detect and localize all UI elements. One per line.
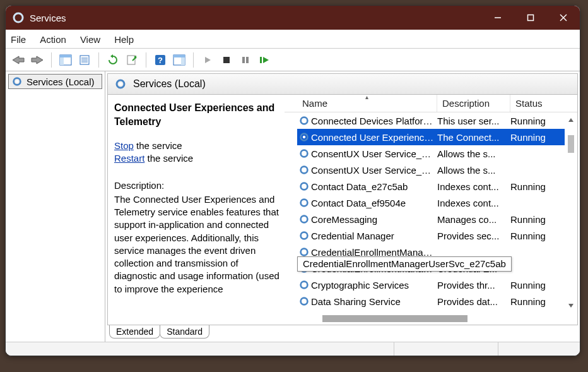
service-name: Contact Data_e27c5ab <box>311 181 437 192</box>
close-button[interactable] <box>547 6 580 30</box>
workspace: Services (Local) Services (Local) Connec… <box>6 71 580 342</box>
service-row[interactable]: Credential ManagerProvides sec...Running <box>297 227 565 244</box>
svg-point-30 <box>16 80 19 83</box>
svg-point-46 <box>303 218 306 221</box>
export-list-button[interactable] <box>123 51 141 69</box>
svg-point-56 <box>303 300 306 303</box>
pause-service-button[interactable] <box>237 51 254 69</box>
service-row[interactable]: Data Sharing ServiceProvides dat...Runni… <box>297 293 565 309</box>
start-service-button[interactable] <box>199 51 216 69</box>
scroll-up-arrow-icon[interactable] <box>565 112 577 128</box>
service-status: Running <box>510 116 565 126</box>
svg-rect-9 <box>60 55 71 57</box>
menu-help[interactable]: Help <box>114 34 134 45</box>
menu-view[interactable]: View <box>80 34 100 45</box>
svg-rect-26 <box>246 57 249 63</box>
gear-icon <box>297 131 311 143</box>
service-rows[interactable]: Connected Devices Platform ...This user … <box>297 112 565 313</box>
column-header-description[interactable]: Description <box>437 95 510 112</box>
service-row[interactable]: CredentialEnrollmentManag...Credential E… <box>297 260 565 277</box>
menubar: File Action View Help <box>6 30 580 49</box>
service-desc: Manages co... <box>437 214 510 225</box>
service-desc: The Connect... <box>437 132 510 143</box>
stop-suffix: the service <box>134 140 182 151</box>
service-row[interactable]: Connected Devices Platform ...This user … <box>297 112 565 129</box>
scroll-thumb[interactable] <box>568 135 574 153</box>
gear-icon <box>297 164 311 176</box>
service-name: Credential Manager <box>311 231 437 241</box>
service-name: Connected User Experiences ... <box>311 132 437 143</box>
column-header-row: ▴ Name Description Status <box>285 95 577 112</box>
service-row[interactable]: CoreMessagingManages co...Running <box>297 211 565 227</box>
service-row[interactable]: ConsentUX User Service_e27...Allows the … <box>297 145 565 162</box>
restart-suffix: the service <box>144 153 193 164</box>
service-name: CredentialEnrollmentManag... <box>311 263 437 274</box>
service-status: Running <box>510 280 565 291</box>
console-tree-pane: Services (Local) <box>6 71 105 342</box>
service-name: CoreMessaging <box>311 214 437 225</box>
service-name: Data Sharing Service <box>311 296 437 307</box>
menu-action[interactable]: Action <box>40 34 66 45</box>
svg-point-36 <box>303 136 306 139</box>
refresh-button[interactable] <box>104 51 122 69</box>
help-button[interactable]: ? <box>151 51 169 69</box>
back-button[interactable] <box>9 51 27 69</box>
pane-header: Services (Local) <box>107 73 578 95</box>
menu-file[interactable]: File <box>11 34 26 45</box>
minimize-button[interactable] <box>481 6 514 30</box>
service-row[interactable]: ConsentUX User Service_ef9...Allows the … <box>297 162 565 178</box>
tab-extended[interactable]: Extended <box>109 325 160 339</box>
content-split: Connected User Experiences and Telemetry… <box>107 95 578 325</box>
service-row[interactable]: Cryptographic ServicesProvides thr...Run… <box>297 277 565 293</box>
svg-point-32 <box>119 83 122 86</box>
service-desc: Allows the s... <box>437 148 510 159</box>
description-text: The Connected User Experiences and Telem… <box>114 193 279 296</box>
svg-marker-28 <box>263 57 269 63</box>
services-window: Services File Action View Help <box>5 5 580 356</box>
svg-point-52 <box>303 267 306 270</box>
sort-ascending-icon: ▴ <box>365 95 368 100</box>
maximize-button[interactable] <box>514 6 547 30</box>
scroll-down-arrow-icon[interactable] <box>565 298 577 313</box>
description-label: Description: <box>114 179 279 192</box>
gear-icon <box>297 148 311 159</box>
svg-rect-24 <box>223 57 230 63</box>
service-row[interactable]: CredentialEnrollmentManag... <box>297 244 565 260</box>
description-panel: Connected User Experiences and Telemetry… <box>108 95 285 325</box>
svg-marker-15 <box>110 54 113 58</box>
service-desc: Provides dat... <box>437 296 510 307</box>
tree-item-services-local[interactable]: Services (Local) <box>8 74 102 89</box>
svg-rect-21 <box>173 55 185 57</box>
restart-link[interactable]: Restart <box>114 153 144 164</box>
svg-marker-23 <box>205 57 211 63</box>
vertical-scrollbar[interactable] <box>565 112 577 313</box>
service-row[interactable]: Connected User Experiences ...The Connec… <box>297 129 565 145</box>
restart-service-button[interactable] <box>256 51 273 69</box>
svg-rect-22 <box>181 57 185 65</box>
svg-point-34 <box>303 119 306 123</box>
svg-marker-7 <box>32 56 43 64</box>
show-hide-tree-button[interactable] <box>57 51 74 69</box>
stop-service-button[interactable] <box>218 51 235 69</box>
forward-button[interactable] <box>28 51 46 69</box>
stop-link[interactable]: Stop <box>114 140 134 151</box>
service-row[interactable]: Contact Data_e27c5abIndexes cont...Runni… <box>297 178 565 195</box>
service-status: Running <box>510 296 565 307</box>
hscroll-thumb[interactable] <box>322 315 467 322</box>
pane-header-title: Services (Local) <box>133 78 206 90</box>
gear-icon <box>297 246 311 258</box>
titlebar[interactable]: Services <box>6 6 580 30</box>
svg-rect-3 <box>528 15 534 21</box>
scroll-track[interactable] <box>566 128 576 298</box>
show-hide-action-pane-button[interactable] <box>170 51 188 69</box>
horizontal-scrollbar[interactable] <box>297 313 565 325</box>
tab-standard[interactable]: Standard <box>160 325 209 339</box>
service-row[interactable]: Contact Data_ef9504eIndexes cont... <box>297 195 565 211</box>
service-name: CredentialEnrollmentManag... <box>311 247 437 258</box>
properties-button[interactable] <box>76 51 93 69</box>
window-title: Services <box>30 13 481 23</box>
gear-icon <box>297 115 311 126</box>
column-header-status[interactable]: Status <box>510 95 577 112</box>
service-name: Connected Devices Platform ... <box>311 116 437 126</box>
column-header-name[interactable]: ▴ Name <box>297 95 437 112</box>
